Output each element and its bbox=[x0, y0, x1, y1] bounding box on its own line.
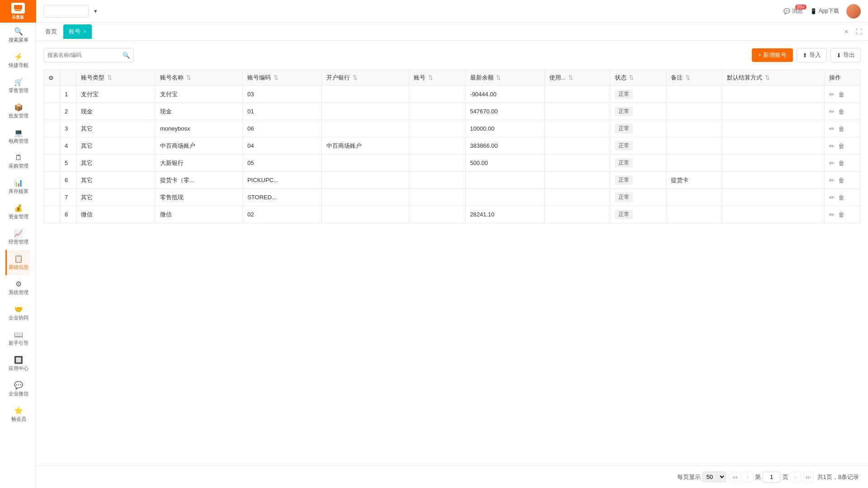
sidebar-item-enterprise-wechat[interactable]: 💬 企业微信 bbox=[5, 376, 30, 402]
last-page-button[interactable]: ⏭ bbox=[803, 472, 814, 483]
tab-label-home: 首页 bbox=[45, 28, 57, 36]
sidebar-item-wholesale-mgmt[interactable]: 📦 批发管理 bbox=[5, 99, 30, 124]
export-label: 导出 bbox=[843, 51, 855, 59]
sidebar-item-retail-mgmt[interactable]: 🛒 零售管理 bbox=[5, 73, 30, 99]
sidebar-item-ops-mgmt[interactable]: 📈 经营管理 bbox=[5, 225, 30, 250]
col-account[interactable]: 账号 ⇅ bbox=[409, 70, 465, 86]
row-settings-3 bbox=[44, 137, 60, 155]
nav-label-quick-nav: 快捷导航 bbox=[9, 62, 28, 69]
header-right: 💬 消息 99+ 📱 App下载 bbox=[783, 4, 861, 19]
edit-icon-3[interactable]: ✏ bbox=[829, 142, 835, 150]
sidebar-item-inventory[interactable]: 📊 库存核算 bbox=[5, 174, 30, 199]
row-action-0: ✏ 🗑 bbox=[825, 86, 861, 103]
row-name-1: 现金 bbox=[155, 103, 242, 120]
row-status-0: 正常 bbox=[610, 86, 666, 103]
sidebar-item-system-mgmt[interactable]: ⚙ 系统管理 bbox=[5, 275, 30, 300]
row-remark-0 bbox=[666, 86, 722, 103]
edit-icon-6[interactable]: ✏ bbox=[829, 194, 835, 201]
avatar[interactable] bbox=[846, 4, 861, 19]
row-usage-1 bbox=[544, 103, 610, 120]
nav-icon-purchase-mgmt: 🗒 bbox=[15, 154, 22, 162]
sidebar-item-search-menu[interactable]: 🔍 搜索菜单 bbox=[5, 23, 30, 48]
app-download-button[interactable]: 📱 App下载 bbox=[810, 7, 839, 15]
row-remark-6 bbox=[666, 189, 722, 206]
edit-icon-4[interactable]: ✏ bbox=[829, 160, 835, 167]
sidebar-item-quick-nav[interactable]: ⚡ 快捷导航 bbox=[5, 48, 30, 73]
row-status-3: 正常 bbox=[610, 137, 666, 155]
row-usage-4 bbox=[544, 155, 610, 172]
col-settings[interactable]: ⚙ bbox=[44, 70, 60, 86]
delete-icon-4[interactable]: 🗑 bbox=[838, 160, 844, 167]
add-account-button[interactable]: + 新增账号 bbox=[752, 48, 793, 62]
edit-icon-7[interactable]: ✏ bbox=[829, 211, 835, 218]
tab-close-account[interactable]: × bbox=[83, 28, 86, 35]
next-page-button[interactable]: › bbox=[790, 472, 801, 483]
edit-icon-2[interactable]: ✏ bbox=[829, 125, 835, 132]
tab-close-action[interactable]: × bbox=[841, 26, 852, 37]
row-account-0 bbox=[409, 86, 465, 103]
row-index-6: 7 bbox=[60, 189, 76, 206]
table-row: 3 其它 moneybosx 06 10000.00 正常 ✏ 🗑 bbox=[44, 120, 861, 137]
per-page-select[interactable]: 50 100 200 bbox=[703, 472, 726, 482]
sidebar-item-newbie-guide[interactable]: 📖 新手引导 bbox=[5, 326, 30, 351]
col-bank[interactable]: 开户银行 ⇅ bbox=[322, 70, 409, 86]
header-dropdown[interactable]: ▾ bbox=[94, 8, 97, 14]
search-input[interactable] bbox=[44, 52, 119, 58]
first-page-button[interactable]: ⏮ bbox=[730, 472, 741, 483]
row-balance-5 bbox=[465, 172, 544, 189]
sidebar-item-app-center[interactable]: 🔲 应用中心 bbox=[5, 351, 30, 376]
col-status[interactable]: 状态 ⇅ bbox=[610, 70, 666, 86]
status-badge-0: 正常 bbox=[615, 89, 633, 99]
row-index-5: 6 bbox=[60, 172, 76, 189]
sidebar-item-purchase-mgmt[interactable]: 🗒 采购管理 bbox=[5, 149, 30, 174]
row-status-1: 正常 bbox=[610, 103, 666, 120]
row-account-6 bbox=[409, 189, 465, 206]
tab-home[interactable]: 首页 bbox=[40, 24, 62, 39]
nav-icon-finance-mgmt: 💰 bbox=[14, 204, 23, 212]
logo-icon bbox=[11, 3, 25, 14]
col-code[interactable]: 账号编码 ⇅ bbox=[243, 70, 322, 86]
delete-icon-1[interactable]: 🗑 bbox=[838, 108, 844, 115]
col-balance[interactable]: 最新余额 ⇅ bbox=[465, 70, 544, 86]
row-index-1: 2 bbox=[60, 103, 76, 120]
nav-icon-vip: ⭐ bbox=[14, 406, 23, 415]
search-wrap: 🔍 bbox=[43, 48, 134, 62]
delete-icon-6[interactable]: 🗑 bbox=[838, 194, 844, 201]
sidebar-item-enterprise-agreement[interactable]: 🤝 企业协同 bbox=[5, 300, 30, 326]
nav-label-ops-mgmt: 经营管理 bbox=[9, 239, 28, 245]
header-search-input[interactable] bbox=[43, 5, 89, 18]
search-button[interactable]: 🔍 bbox=[119, 48, 133, 62]
col-remark[interactable]: 备注 ⇅ bbox=[666, 70, 722, 86]
delete-icon-5[interactable]: 🗑 bbox=[838, 177, 844, 184]
row-status-5: 正常 bbox=[610, 172, 666, 189]
sidebar-item-vip[interactable]: ⭐ 畅会员 bbox=[5, 402, 30, 427]
app-tag: 乐意版 bbox=[12, 14, 24, 20]
import-button[interactable]: ⬆ 导入 bbox=[797, 48, 827, 62]
delete-icon-7[interactable]: 🗑 bbox=[838, 211, 844, 218]
row-code-1: 01 bbox=[243, 103, 322, 120]
col-name[interactable]: 账号名称 ⇅ bbox=[155, 70, 242, 86]
sidebar-item-ecommerce-mgmt[interactable]: 💻 电商管理 bbox=[5, 124, 30, 149]
delete-icon-0[interactable]: 🗑 bbox=[838, 91, 844, 98]
row-account-2 bbox=[409, 120, 465, 137]
tab-account[interactable]: 账号× bbox=[63, 24, 92, 39]
row-usage-2 bbox=[544, 120, 610, 137]
export-button[interactable]: ⬇ 导出 bbox=[830, 48, 861, 62]
row-status-4: 正常 bbox=[610, 155, 666, 172]
edit-icon-0[interactable]: ✏ bbox=[829, 91, 835, 98]
prev-page-button[interactable]: ‹ bbox=[742, 472, 753, 483]
col-default-payment[interactable]: 默认结算方式 ⇅ bbox=[722, 70, 825, 86]
col-usage[interactable]: 使用... ⇅ bbox=[544, 70, 610, 86]
nav-label-app-center: 应用中心 bbox=[9, 365, 28, 372]
page-input[interactable] bbox=[763, 472, 781, 483]
col-type[interactable]: 账号类型 ⇅ bbox=[76, 70, 156, 86]
tab-expand-action[interactable]: ⛶ bbox=[854, 26, 864, 37]
message-button[interactable]: 💬 消息 99+ bbox=[783, 7, 803, 15]
delete-icon-3[interactable]: 🗑 bbox=[838, 142, 844, 150]
delete-icon-2[interactable]: 🗑 bbox=[838, 125, 844, 132]
sidebar-item-finance-mgmt[interactable]: 💰 资金管理 bbox=[5, 199, 30, 225]
sidebar-item-basic-info[interactable]: 📋 基础信息 bbox=[5, 250, 30, 275]
row-bank-2 bbox=[322, 120, 409, 137]
edit-icon-5[interactable]: ✏ bbox=[829, 177, 835, 184]
edit-icon-1[interactable]: ✏ bbox=[829, 108, 835, 115]
